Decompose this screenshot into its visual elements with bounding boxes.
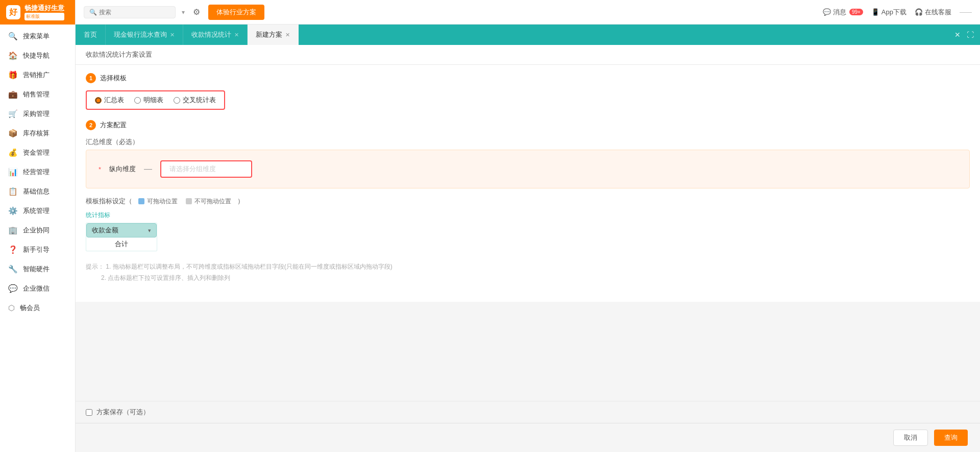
gift-icon: 🎁 [8,70,18,80]
topbar-right: 💬 消息 99+ 📱 App下载 🎧 在线客服 —— [823,8,972,17]
tabs-right-controls: ✕ ⛶ [948,25,980,45]
topbar-search-input[interactable] [99,9,165,16]
dimension-select[interactable]: 请选择分组维度 [160,160,252,178]
legend-draggable: 可拖动位置 [138,197,178,206]
tabs-expand-icon[interactable]: ⛶ [967,31,974,39]
sidebar-item-enterprise[interactable]: 🏢 企业协同 [0,221,75,240]
sidebar-item-operations[interactable]: 📊 经营管理 [0,162,75,182]
trial-button[interactable]: 体验行业方案 [208,5,264,20]
sidebar-item-label: 企业协同 [23,226,50,235]
template-option-detail[interactable]: 明细表 [134,96,163,105]
template-options: 汇总表 明细表 交叉统计表 [86,90,225,110]
sidebar-item-label: 新手引导 [23,245,50,254]
sidebar-item-sales[interactable]: 💼 销售管理 [0,85,75,104]
tabs-close-all-icon[interactable]: ✕ [954,31,961,39]
metrics-table: 收款金额 ▾ 合计 [86,223,157,251]
sidebar-item-member[interactable]: ⬡ 畅会员 [0,298,75,318]
tab-home[interactable]: 首页 [76,25,106,45]
sidebar: 好 畅捷通好生意 标准版 🔍 搜索菜单 🏠 快捷导航 🎁 营销推广 💼 销售管理… [0,0,76,452]
step2-section: 2 方案配置 汇总维度（必选） * 纵向维度 — 请选择分组维度 [86,120,970,283]
guide-icon: ❓ [8,245,18,254]
sidebar-item-system[interactable]: ⚙️ 系统管理 [0,201,75,221]
metrics-header: 模板指标设定（ 可拖动位置 不可拖动位置 ） [86,197,970,206]
member-icon: ⬡ [8,303,15,313]
page-header-text: 收款情况统计方案设置 [86,51,152,58]
save-checkbox[interactable] [86,409,92,416]
tab-receipt[interactable]: 收款情况统计 ✕ [183,25,248,45]
tab-home-label: 首页 [84,30,97,39]
footer-bar: 取消 查询 [76,423,980,452]
dimension-required-mark: * [99,165,101,173]
step1-number: 1 [86,73,96,83]
metrics-header-close: ） [237,197,244,206]
dimension-arrow: — [144,164,152,174]
tip-item-1: 提示： 1. 拖动标题栏可以调整布局，不可跨维度或指标区域拖动栏目字段(只能在同… [86,261,970,273]
sidebar-item-marketing[interactable]: 🎁 营销推广 [0,65,75,85]
dimension-row: * 纵向维度 — 请选择分组维度 [99,160,957,178]
sidebar-item-purchase[interactable]: 🛒 采购管理 [0,104,75,124]
topbar-service[interactable]: 🎧 在线客服 [915,8,951,17]
service-icon: 🎧 [915,8,923,16]
sidebar-item-wechat[interactable]: 💬 企业微信 [0,279,75,298]
cancel-button[interactable]: 取消 [893,430,928,446]
step1-header: 1 选择模板 [86,73,970,83]
service-label: 在线客服 [925,8,951,17]
logo-icon: 好 [6,5,20,19]
template-option-summary[interactable]: 汇总表 [95,96,124,105]
sidebar-item-finance[interactable]: 💰 资金管理 [0,143,75,162]
sidebar-logo: 好 畅捷通好生意 标准版 [0,0,75,25]
sidebar-item-hardware[interactable]: 🔧 智能硬件 [0,259,75,279]
sidebar-item-quicknav[interactable]: 🏠 快捷导航 [0,46,75,65]
tip-text-2: 2. 点击标题栏下拉可设置排序、插入列和删除列 [101,274,230,281]
radio-summary[interactable] [95,97,102,104]
sidebar-item-label: 营销推广 [23,70,50,80]
home-icon: 🏠 [8,51,18,60]
sidebar-item-guide[interactable]: ❓ 新手引导 [0,240,75,259]
hardware-icon: 🔧 [8,265,18,274]
topbar-download[interactable]: 📱 App下载 [871,8,906,17]
sidebar-item-label: 系统管理 [23,206,50,216]
option-summary-label: 汇总表 [104,96,124,105]
topbar-search-box[interactable]: 🔍 [84,6,176,18]
tip-item-2: 2. 点击标题栏下拉可设置排序、插入列和删除列 [86,273,970,284]
sidebar-item-baseinfo[interactable]: 📋 基础信息 [0,182,75,201]
template-option-cross[interactable]: 交叉统计表 [174,96,216,105]
finance-icon: 💰 [8,148,18,157]
message-label: 消息 [833,8,846,17]
topbar-message[interactable]: 💬 消息 99+ [823,8,863,17]
radio-detail[interactable] [134,97,141,104]
step1-title: 选择模板 [100,74,127,83]
sidebar-nav: 🔍 搜索菜单 🏠 快捷导航 🎁 营销推广 💼 销售管理 🛒 采购管理 📦 库存核… [0,25,75,452]
tab-cashflow[interactable]: 现金银行流水查询 ✕ [106,25,183,45]
step2-number: 2 [86,120,96,130]
metrics-tag-amount[interactable]: 收款金额 ▾ [86,223,157,237]
sidebar-item-label: 快捷导航 [23,51,50,60]
radio-cross[interactable] [174,97,180,104]
sidebar-item-label: 采购管理 [23,109,50,118]
tab-cashflow-close[interactable]: ✕ [170,32,175,38]
topbar-chevron-icon: ▾ [182,9,185,16]
topbar-search-icon: 🔍 [89,9,97,16]
dimension-placeholder: 请选择分组维度 [169,165,216,173]
legend-fixed: 不可拖动位置 [186,197,231,206]
sidebar-item-label: 基础信息 [23,187,50,196]
tab-new[interactable]: 新建方案 ✕ [248,25,299,45]
topbar-gear-icon[interactable]: ⚙ [193,7,200,17]
sidebar-item-label: 资金管理 [23,148,50,157]
baseinfo-icon: 📋 [8,187,18,196]
tip-text-1: 1. 拖动标题栏可以调整布局，不可跨维度或指标区域拖动栏目字段(只能在同一维度或… [106,263,392,270]
tab-new-close[interactable]: ✕ [285,32,290,38]
sidebar-item-search[interactable]: 🔍 搜索菜单 [0,27,75,46]
page-header: 收款情况统计方案设置 [76,45,980,65]
sidebar-item-inventory[interactable]: 📦 库存核算 [0,124,75,143]
query-button[interactable]: 查询 [934,430,968,446]
save-row: 方案保存（可选） [76,401,980,423]
metrics-amount-label: 收款金额 [92,226,118,235]
download-label: App下载 [881,8,906,17]
legend-fixed-label: 不可拖动位置 [194,197,231,206]
save-label: 方案保存（可选） [96,408,150,417]
sidebar-item-label: 搜索菜单 [23,32,50,41]
tab-cashflow-label: 现金银行流水查询 [114,30,167,39]
tabs-bar: 首页 现金银行流水查询 ✕ 收款情况统计 ✕ 新建方案 ✕ ✕ ⛶ [76,25,980,45]
tab-receipt-close[interactable]: ✕ [234,32,239,38]
